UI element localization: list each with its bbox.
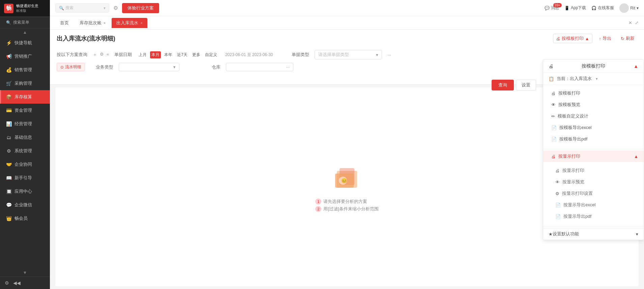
app-download-button[interactable]: 📱 App下载 — [564, 5, 586, 11]
print-template-button[interactable]: 🖨 按模板打印 ▲ — [553, 34, 592, 43]
template-print-section: 🖨 按模板打印 👁 按模板预览 ✏ 模板自定义设计 📄 按模板导出excel 📄 — [543, 85, 644, 148]
biz-type-selector[interactable]: ▾ — [119, 63, 179, 71]
industry-solution-button[interactable]: 体验行业方案 — [122, 3, 159, 13]
sidebar-item-guide[interactable]: 📖 新手引导 — [0, 171, 50, 185]
current-template-label: 当前：出入库流水 — [557, 76, 592, 82]
display-export-pdf-label: 按显示导出pdf — [563, 213, 591, 219]
sidebar-item-label: 企业微信 — [14, 202, 32, 208]
query-button[interactable]: 查询 — [492, 80, 514, 90]
enterprise-icon: 🤝 — [6, 162, 12, 167]
purchase-icon: 🛒 — [6, 81, 12, 86]
template-custom-item[interactable]: ✏ 模板自定义设计 — [543, 110, 644, 122]
filter-tag: ⊙ 流水明细 — [57, 63, 85, 71]
online-service-button[interactable]: 🎧 在线客服 — [591, 5, 614, 11]
logo-icon: 畅 — [4, 4, 13, 13]
topbar-settings-icon[interactable]: ⚙ — [113, 5, 118, 11]
expand-icon[interactable]: ⤢ — [635, 20, 639, 25]
headset-icon: 🎧 — [591, 6, 596, 10]
sidebar-item-enterprise[interactable]: 🤝 企业协同 — [0, 158, 50, 171]
sidebar-item-sales[interactable]: 💰 销售管理 — [0, 63, 50, 77]
tip-text-2: 用[过滤]条件来缩小分析范围 — [323, 206, 378, 212]
template-print-item[interactable]: 🖨 按模板打印 — [543, 87, 644, 99]
sidebar-item-wechat[interactable]: 💬 企业微信 — [0, 198, 50, 212]
dropdown-header: 🖨 按模板打印 ▲ — [543, 60, 644, 73]
collapse-filter-icon[interactable]: « — [107, 52, 109, 58]
sidebar-item-base[interactable]: 🗂 基础信息 — [0, 131, 50, 144]
topbar-search[interactable]: 🔍 搜索 ▾ — [55, 3, 109, 12]
settings-button[interactable]: 设置 — [516, 80, 536, 90]
display-print-item[interactable]: 🖨 按显示打印 — [543, 165, 644, 176]
sidebar-item-label: 库存核算 — [14, 94, 32, 100]
display-print-section-header[interactable]: 🖨 按显示打印 ▲ — [543, 151, 644, 162]
sidebar-item-inventory[interactable]: 📦 库存核算 — [0, 90, 50, 104]
date-this-month[interactable]: 本月 — [150, 51, 161, 58]
set-default-item[interactable]: ★ 设置默认功能 ▾ — [543, 228, 644, 240]
template-print-label: 按模板打印 — [558, 90, 580, 96]
tab-batch-account-label: 库存批次账 — [80, 20, 101, 26]
display-export-excel-label: 按显示导出excel — [563, 202, 595, 208]
sidebar-item-finance[interactable]: 💳 资金管理 — [0, 104, 50, 117]
display-export-pdf-item[interactable]: 📄 按显示导出pdf — [543, 211, 644, 222]
sidebar-item-member[interactable]: 👑 畅会员 — [0, 212, 50, 225]
export-button[interactable]: ↑ 导出 — [596, 34, 614, 43]
warehouse-selector[interactable]: ··· — [226, 63, 293, 71]
pdf-icon-1: 📄 — [551, 137, 557, 142]
filter-tag-label: 流水明细 — [65, 64, 81, 70]
add-filter-icon[interactable]: ＋ — [93, 52, 97, 58]
date-this-year[interactable]: 本年 — [163, 51, 174, 58]
tab-batch-account[interactable]: 库存批次账 × — [75, 18, 110, 28]
page-title: 出入库流水(流水明细) — [57, 34, 115, 43]
tab-inout-flow[interactable]: 出入库流水 × — [112, 18, 147, 28]
tab-inout-flow-close[interactable]: × — [140, 21, 142, 25]
tip-row-1: 1 请先选择要分析的方案 — [315, 199, 378, 205]
tab-batch-account-close[interactable]: × — [104, 21, 106, 25]
sidebar-item-label: 资金管理 — [14, 107, 32, 113]
display-preview-item[interactable]: 👁 按显示预览 — [543, 176, 644, 188]
tip-num-1: 1 — [315, 199, 321, 205]
template-export-excel-item[interactable]: 📄 按模板导出excel — [543, 122, 644, 133]
sidebar-item-app-center[interactable]: 🔲 应用中心 — [0, 185, 50, 198]
date-last-month[interactable]: 上月 — [137, 51, 148, 58]
empty-tips: 1 请先选择要分析的方案 2 用[过滤]条件来缩小分析范围 — [315, 199, 378, 213]
template-preview-item[interactable]: 👁 按模板预览 — [543, 99, 644, 110]
template-export-pdf-item[interactable]: 📄 按模板导出pdf — [543, 133, 644, 145]
tab-home[interactable]: 首页 — [55, 18, 74, 28]
current-template-item[interactable]: 📋 当前：出入库流水 ▾ — [543, 73, 644, 85]
main-content: 🔍 搜索 ▾ ⚙ 体验行业方案 💬 消息 99+ 📱 App下载 🎧 在线客服 … — [50, 0, 644, 289]
dropdown-collapse-icon[interactable]: ▲ — [634, 63, 638, 69]
display-export-excel-item[interactable]: 📄 按显示导出excel — [543, 199, 644, 211]
display-print-settings-item[interactable]: ⚙ 按显示打印设置 — [543, 188, 644, 199]
settings-icon[interactable]: ⚙ — [5, 280, 9, 286]
messages-button[interactable]: 💬 消息 99+ — [545, 5, 559, 11]
scroll-up[interactable]: ▲ — [0, 28, 50, 36]
print-icon: 🖨 — [556, 36, 560, 41]
sidebar-item-operations[interactable]: 📊 经营管理 — [0, 117, 50, 131]
topbar-search-icon: 🔍 — [59, 6, 64, 10]
empty-state: 😊 1 请先选择要分析的方案 2 用[过滤]条件来缩小分析范围 — [315, 161, 378, 213]
sidebar-item-quick-nav[interactable]: ⚡ 快捷导航 — [0, 36, 50, 50]
date-7days[interactable]: 近7天 — [176, 51, 189, 58]
scroll-down[interactable]: ▼ — [0, 269, 50, 277]
user-avatar[interactable]: Rit ▾ — [619, 3, 639, 13]
settings-filter-icon[interactable]: ⚙ — [100, 52, 104, 58]
refresh-button[interactable]: ↻ 刷新 — [618, 34, 637, 43]
date-custom[interactable]: 自定义 — [204, 51, 218, 58]
doc-type-more[interactable]: ··· — [387, 52, 391, 57]
doc-type-placeholder: 请选择单据类型 — [318, 52, 349, 58]
user-name: Rit — [630, 6, 635, 10]
tab-global-close: ✕ ⤢ — [628, 20, 639, 25]
doc-type-selector[interactable]: 请选择单据类型 ▾ — [315, 50, 382, 59]
sidebar-item-purchase[interactable]: 🛒 采购管理 — [0, 77, 50, 90]
close-all-icon[interactable]: ✕ — [628, 20, 632, 25]
display-print-label: 按显示打印 — [562, 167, 584, 174]
sidebar-item-label: 系统管理 — [14, 148, 32, 154]
marketing-icon: 📢 — [6, 54, 12, 59]
sidebar-search[interactable]: 🔍 搜索菜单 — [0, 17, 50, 28]
print-arrow-up: ▲ — [585, 36, 589, 41]
sidebar-item-system[interactable]: ⚙ 系统管理 — [0, 144, 50, 158]
date-more[interactable]: 更多 — [191, 51, 202, 58]
sidebar-item-label: 经营管理 — [14, 121, 32, 127]
app-logo: 畅 畅捷通好生意 标准版 — [0, 0, 50, 17]
collapse-sidebar-icon[interactable]: ◀◀ — [13, 280, 21, 286]
sidebar-item-marketing[interactable]: 📢 营销推广 — [0, 50, 50, 63]
